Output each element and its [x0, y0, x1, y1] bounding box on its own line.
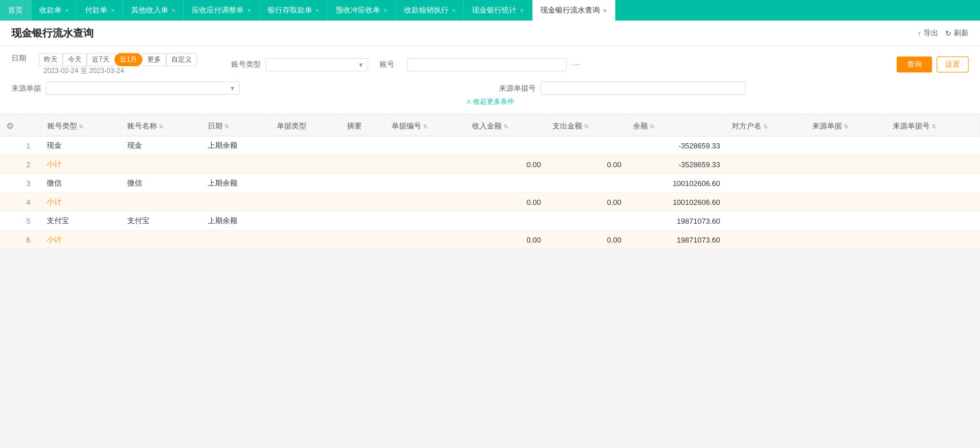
cell-account_name: 现金 — [122, 136, 202, 155]
sort-icon: ⇅ — [503, 123, 508, 130]
cell-date: 上期余额 — [202, 136, 271, 155]
cell-doc_num — [386, 231, 466, 249]
column-doc_num[interactable]: 单据编号⇅ — [386, 116, 466, 136]
cell-source_doc — [806, 231, 887, 249]
nav-item-银行存取款单[interactable]: 银行存取款单× — [260, 0, 328, 21]
row-number: 5 — [21, 212, 41, 231]
page-header: 现金银行流水查询 ↑ 导出 ↻ 刷新 — [0, 21, 980, 46]
close-icon[interactable]: × — [247, 7, 251, 14]
column-balance[interactable]: 余额⇅ — [627, 116, 726, 136]
cell-summary — [341, 231, 386, 249]
sort-icon: ⇅ — [763, 123, 768, 130]
close-icon[interactable]: × — [452, 7, 455, 14]
date-filter-group: 日期 昨天今天近7天近1月更多自定义 2023-02-24 至 2023-03-… — [11, 53, 197, 76]
cell-doc_type — [271, 155, 341, 174]
column-counterparty[interactable]: 对方户名⇅ — [726, 116, 806, 136]
account-more-button[interactable]: ··· — [569, 59, 583, 70]
column-account_type[interactable]: 账号类型⇅ — [41, 116, 122, 136]
account-input[interactable] — [407, 58, 567, 71]
date-btn-今天[interactable]: 今天 — [63, 53, 87, 66]
cell-account_type: 小计 — [41, 231, 122, 249]
filter-row-1: 日期 昨天今天近7天近1月更多自定义 2023-02-24 至 2023-03-… — [11, 53, 969, 76]
cell-date: 上期余额 — [202, 212, 271, 231]
close-icon[interactable]: × — [172, 7, 175, 14]
close-icon[interactable]: × — [65, 7, 68, 14]
nav-item-收款核销执行[interactable]: 收款核销执行× — [396, 0, 464, 21]
filter-actions: 查询 设置 — [897, 56, 969, 72]
nav-item-付款单[interactable]: 付款单× — [77, 0, 123, 21]
date-btn-近7天[interactable]: 近7天 — [87, 53, 115, 66]
cell-account_name: 支付宝 — [122, 212, 202, 231]
sort-icon: ⇅ — [159, 123, 163, 130]
close-icon[interactable]: × — [520, 7, 523, 14]
column-settings[interactable]: ⚙ — [0, 116, 21, 136]
cell-account_name — [122, 231, 202, 249]
date-btn-近1月[interactable]: 近1月 — [115, 53, 143, 66]
source-doc-num-input[interactable] — [541, 82, 746, 95]
close-icon[interactable]: × — [603, 7, 607, 14]
cell-summary — [341, 155, 386, 174]
row-number: 4 — [21, 193, 41, 212]
refresh-button[interactable]: ↻ 刷新 — [945, 28, 969, 38]
cell-account_type: 小计 — [41, 193, 122, 212]
cell-income — [466, 136, 547, 155]
sort-icon: ⇅ — [423, 123, 428, 130]
column-source_doc_num[interactable]: 来源单据号⇅ — [887, 116, 980, 136]
row-number: 2 — [21, 155, 41, 174]
nav-item-其他收入单[interactable]: 其他收入单× — [123, 0, 184, 21]
row-number: 3 — [21, 174, 41, 193]
cell-source_doc_num — [887, 174, 980, 193]
cell-date — [202, 155, 271, 174]
date-btn-更多[interactable]: 更多 — [142, 53, 166, 66]
cell-account_name — [122, 193, 202, 212]
cell-income: 0.00 — [466, 193, 547, 212]
nav-item-应收应付调整单[interactable]: 应收应付调整单× — [184, 0, 259, 21]
cell-source_doc — [806, 174, 887, 193]
settings-button[interactable]: 设置 — [937, 56, 969, 72]
account-type-select[interactable]: ▾ — [265, 58, 368, 71]
close-icon[interactable]: × — [384, 7, 387, 14]
cell-summary — [341, 193, 386, 212]
close-icon[interactable]: × — [316, 7, 319, 14]
close-icon[interactable]: × — [111, 7, 114, 14]
cell-balance: 100102606.60 — [627, 193, 726, 212]
nav-item-现金银行流水查询[interactable]: 现金银行流水查询× — [533, 0, 615, 21]
sort-icon: ⇅ — [584, 123, 588, 130]
date-btn-自定义[interactable]: 自定义 — [166, 53, 197, 66]
cell-account_type: 现金 — [41, 136, 122, 155]
column-date[interactable]: 日期⇅ — [202, 116, 271, 136]
export-button[interactable]: ↑ 导出 — [918, 28, 939, 38]
chevron-down-icon-2: ▾ — [231, 84, 235, 92]
column-account_name[interactable]: 账号名称⇅ — [122, 116, 202, 136]
gear-icon[interactable]: ⚙ — [6, 121, 14, 131]
table-row: 5支付宝支付宝上期余额19871073.60 — [0, 212, 980, 231]
data-table-wrap: ⚙账号类型⇅账号名称⇅日期⇅单据类型摘要单据编号⇅收入金额⇅支出金额⇅余额⇅对方… — [0, 116, 980, 249]
cell-source_doc_num — [887, 155, 980, 174]
cell-doc_num — [386, 212, 466, 231]
page-title: 现金银行流水查询 — [11, 26, 94, 40]
cell-source_doc — [806, 155, 887, 174]
column-income[interactable]: 收入金额⇅ — [466, 116, 547, 136]
cell-balance: 19871073.60 — [627, 231, 726, 249]
source-doc-num-label: 来源单据号 — [499, 83, 536, 94]
collapse-bar[interactable]: ∧ 收起更多条件 — [11, 95, 969, 109]
cell-counterparty — [726, 174, 806, 193]
date-btn-昨天[interactable]: 昨天 — [39, 53, 63, 66]
nav-item-收款单[interactable]: 收款单× — [31, 0, 77, 21]
nav-item-预收冲应收单[interactable]: 预收冲应收单× — [328, 0, 396, 21]
column-expense[interactable]: 支出金额⇅ — [547, 116, 627, 136]
cell-doc_num — [386, 193, 466, 212]
cell-balance: -3528659.33 — [627, 155, 726, 174]
table-body: 1现金现金上期余额-3528659.332小计0.000.00-3528659.… — [0, 136, 980, 249]
table-header: ⚙账号类型⇅账号名称⇅日期⇅单据类型摘要单据编号⇅收入金额⇅支出金额⇅余额⇅对方… — [0, 116, 980, 136]
cell-income — [466, 212, 547, 231]
query-button[interactable]: 查询 — [897, 56, 932, 72]
column-source_doc[interactable]: 来源单据⇅ — [806, 116, 887, 136]
nav-item-现金银行统计[interactable]: 现金银行统计× — [464, 0, 532, 21]
account-type-label: 账号类型 — [231, 59, 261, 70]
source-doc-select[interactable]: ▾ — [46, 82, 240, 95]
sort-icon: ⇅ — [224, 123, 229, 130]
nav-item-首页[interactable]: 首页 — [0, 0, 31, 21]
cell-date: 上期余额 — [202, 174, 271, 193]
date-options: 昨天今天近7天近1月更多自定义 2023-02-24 至 2023-03-24 — [39, 53, 197, 76]
